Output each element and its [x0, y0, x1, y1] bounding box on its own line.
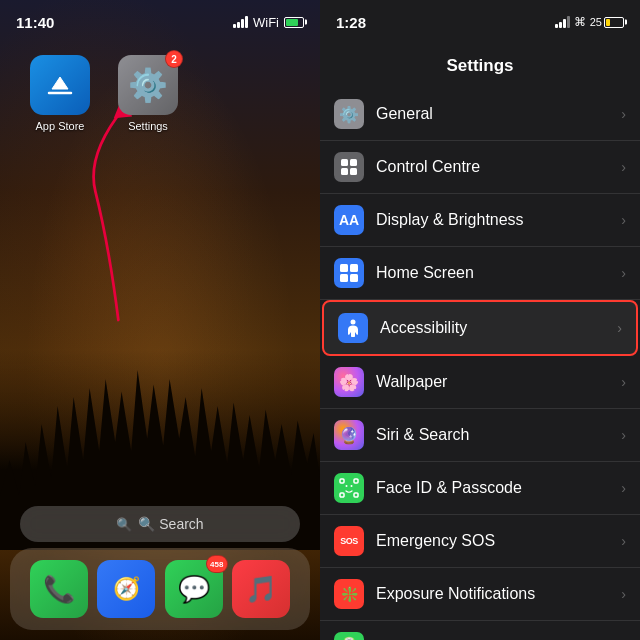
- svg-rect-11: [354, 479, 358, 483]
- messages-badge: 458: [206, 555, 228, 573]
- dock: 📞 🧭 💬 458 🎵: [10, 548, 310, 630]
- control-centre-chevron: ›: [621, 159, 626, 175]
- settings-item-accessibility[interactable]: Accessibility ›: [322, 300, 638, 356]
- siri-icon: 🔮: [334, 420, 364, 450]
- app-store-icon[interactable]: [30, 55, 90, 115]
- accessibility-svg: [343, 318, 363, 338]
- svg-point-9: [351, 320, 356, 325]
- signal-icon: [233, 16, 248, 28]
- display-label: Display & Brightness: [376, 211, 609, 229]
- svg-rect-7: [340, 274, 348, 282]
- settings-item-sos[interactable]: SOS Emergency SOS ›: [320, 515, 640, 568]
- battery-icon-left: [284, 17, 304, 28]
- control-centre-icon: [334, 152, 364, 182]
- search-text: 🔍 Search: [138, 516, 203, 532]
- settings-item-wallpaper[interactable]: 🌸 Wallpaper ›: [320, 356, 640, 409]
- siri-chevron: ›: [621, 427, 626, 443]
- control-centre-label: Control Centre: [376, 158, 609, 176]
- app-store-icon-wrapper[interactable]: App Store: [30, 55, 90, 132]
- app-icons-row: App Store ⚙️ 2 Settings: [30, 55, 178, 132]
- settings-panel: 1:28 ⌘ 25 Settings ⚙️ General: [320, 0, 640, 640]
- sos-chevron: ›: [621, 533, 626, 549]
- settings-list: ⚙️ General › Control Centre › AA Display…: [320, 88, 640, 640]
- svg-rect-2: [350, 159, 357, 166]
- exposure-icon: ❇️: [334, 579, 364, 609]
- home-svg: [339, 263, 359, 283]
- svg-rect-1: [341, 159, 348, 166]
- sos-icon: SOS: [334, 526, 364, 556]
- general-chevron: ›: [621, 106, 626, 122]
- svg-rect-5: [340, 264, 348, 272]
- siri-label: Siri & Search: [376, 426, 609, 444]
- sos-label: Emergency SOS: [376, 532, 609, 550]
- settings-time: 1:28: [336, 14, 366, 31]
- dock-music[interactable]: 🎵: [232, 560, 290, 618]
- settings-item-home-screen[interactable]: Home Screen ›: [320, 247, 640, 300]
- home-screen-chevron: ›: [621, 265, 626, 281]
- general-label: General: [376, 105, 609, 123]
- music-icon: 🎵: [245, 574, 277, 605]
- dock-messages[interactable]: 💬 458: [165, 560, 223, 618]
- status-bar-left: 11:40 WiFi: [0, 0, 320, 44]
- control-svg: [340, 158, 358, 176]
- svg-point-15: [351, 485, 353, 487]
- battery-box: [604, 17, 624, 28]
- app-store-label: App Store: [36, 120, 85, 132]
- accessibility-icon: [338, 313, 368, 343]
- settings-item-battery[interactable]: 🔋 Battery ›: [320, 621, 640, 640]
- wifi-icon: WiFi: [253, 15, 279, 30]
- home-screen-icon: [334, 258, 364, 288]
- display-chevron: ›: [621, 212, 626, 228]
- home-screen: 11:40 WiFi App Store: [0, 0, 320, 640]
- settings-title-bar: Settings: [320, 44, 640, 88]
- exposure-chevron: ›: [621, 586, 626, 602]
- svg-rect-12: [340, 493, 344, 497]
- settings-status-icons: ⌘ 25: [555, 15, 624, 29]
- faceid-icon: [334, 473, 364, 503]
- faceid-label: Face ID & Passcode: [376, 479, 609, 497]
- settings-title: Settings: [446, 56, 513, 76]
- search-bar[interactable]: 🔍 🔍 Search: [20, 506, 300, 542]
- settings-wifi-icon: ⌘: [574, 15, 586, 29]
- svg-rect-3: [341, 168, 348, 175]
- dock-phone[interactable]: 📞: [30, 560, 88, 618]
- settings-battery: 25: [590, 16, 624, 28]
- safari-icon: 🧭: [113, 576, 140, 602]
- dock-safari[interactable]: 🧭: [97, 560, 155, 618]
- settings-signal-icon: [555, 16, 570, 28]
- svg-point-14: [346, 485, 348, 487]
- phone-icon: 📞: [43, 574, 75, 605]
- status-icons-left: WiFi: [233, 15, 304, 30]
- faceid-chevron: ›: [621, 480, 626, 496]
- accessibility-chevron: ›: [617, 320, 622, 336]
- settings-label: Settings: [128, 120, 168, 132]
- settings-item-siri[interactable]: 🔮 Siri & Search ›: [320, 409, 640, 462]
- settings-item-faceid[interactable]: Face ID & Passcode ›: [320, 462, 640, 515]
- general-icon: ⚙️: [334, 99, 364, 129]
- settings-item-general[interactable]: ⚙️ General ›: [320, 88, 640, 141]
- time-left: 11:40: [16, 14, 54, 31]
- settings-badge: 2: [165, 50, 183, 68]
- settings-app-icon[interactable]: ⚙️ 2: [118, 55, 178, 115]
- search-icon: 🔍: [116, 517, 132, 532]
- settings-item-control-centre[interactable]: Control Centre ›: [320, 141, 640, 194]
- svg-rect-6: [350, 264, 358, 272]
- settings-icon-wrapper[interactable]: ⚙️ 2 Settings: [118, 55, 178, 132]
- battery-settings-icon: 🔋: [334, 632, 364, 640]
- settings-item-exposure[interactable]: ❇️ Exposure Notifications ›: [320, 568, 640, 621]
- messages-icon: 💬: [178, 574, 210, 605]
- svg-rect-13: [354, 493, 358, 497]
- wallpaper-label: Wallpaper: [376, 373, 609, 391]
- svg-rect-10: [340, 479, 344, 483]
- app-store-svg: [44, 69, 76, 101]
- faceid-svg: [339, 478, 359, 498]
- wallpaper-icon: 🌸: [334, 367, 364, 397]
- settings-gear-icon: ⚙️: [128, 66, 168, 104]
- settings-item-display[interactable]: AA Display & Brightness ›: [320, 194, 640, 247]
- home-screen-label: Home Screen: [376, 264, 609, 282]
- settings-status-bar: 1:28 ⌘ 25: [320, 0, 640, 44]
- exposure-label: Exposure Notifications: [376, 585, 609, 603]
- accessibility-label: Accessibility: [380, 319, 605, 337]
- wallpaper-chevron: ›: [621, 374, 626, 390]
- svg-rect-4: [350, 168, 357, 175]
